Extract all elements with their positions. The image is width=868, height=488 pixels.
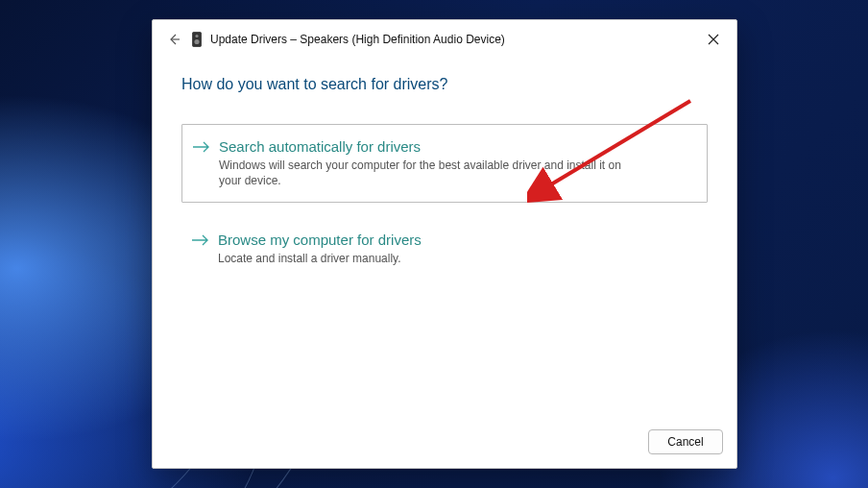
- option-search-automatically[interactable]: Search automatically for drivers Windows…: [181, 124, 708, 203]
- dialog-title: Update Drivers – Speakers (High Definiti…: [210, 33, 505, 46]
- option-browse-computer[interactable]: Browse my computer for drivers Locate an…: [181, 218, 708, 280]
- options-list: Search automatically for drivers Windows…: [181, 124, 708, 281]
- cancel-button[interactable]: Cancel: [648, 429, 723, 454]
- page-heading: How do you want to search for drivers?: [181, 76, 708, 93]
- close-button[interactable]: [700, 28, 727, 51]
- dialog-footer: Cancel: [648, 429, 723, 454]
- titlebar: Update Drivers – Speakers (High Definiti…: [153, 20, 736, 51]
- option-text: Search automatically for drivers Windows…: [213, 138, 691, 188]
- option-text: Browse my computer for drivers Locate an…: [212, 232, 692, 266]
- option-description: Locate and install a driver manually.: [218, 251, 621, 266]
- back-arrow-icon: [167, 33, 181, 46]
- speaker-icon: [191, 32, 203, 47]
- svg-point-2: [194, 39, 199, 44]
- update-drivers-dialog: Update Drivers – Speakers (High Definiti…: [152, 19, 737, 469]
- dialog-body: How do you want to search for drivers? S…: [153, 51, 736, 281]
- option-title: Browse my computer for drivers: [218, 232, 692, 249]
- option-title: Search automatically for drivers: [219, 138, 691, 156]
- svg-point-1: [195, 35, 198, 37]
- arrow-right-icon: [191, 233, 212, 247]
- option-description: Windows will search your computer for th…: [219, 158, 622, 188]
- arrow-right-icon: [192, 140, 213, 154]
- desktop-background: Update Drivers – Speakers (High Definiti…: [0, 0, 868, 488]
- close-icon: [708, 34, 719, 45]
- back-button[interactable]: [166, 32, 181, 47]
